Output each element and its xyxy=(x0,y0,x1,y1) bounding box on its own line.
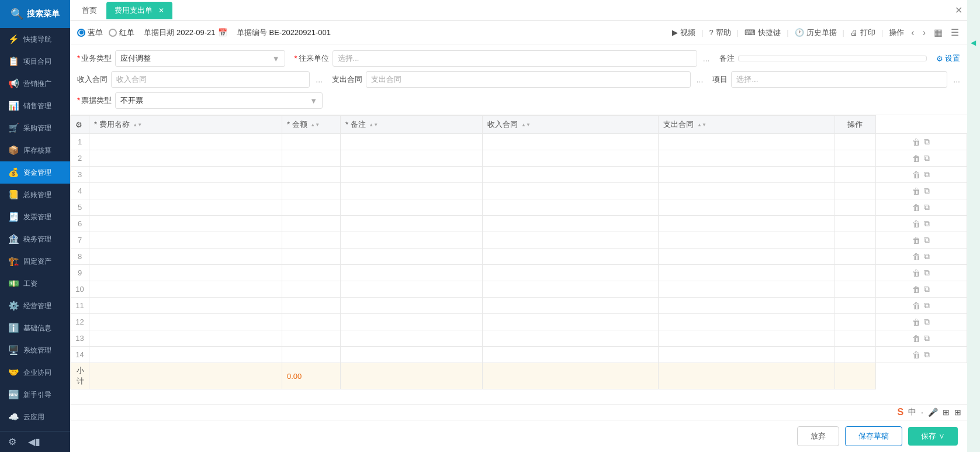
cell-5[interactable] xyxy=(834,216,875,232)
expense-contract-ellipsis[interactable]: ... xyxy=(697,75,704,84)
cell-0[interactable] xyxy=(89,183,282,199)
cell-3[interactable] xyxy=(483,167,659,183)
cell-3[interactable] xyxy=(483,298,659,314)
video-btn[interactable]: ▶ 视频 xyxy=(672,27,695,38)
cell-2[interactable] xyxy=(340,150,482,167)
cell-5[interactable] xyxy=(834,265,875,281)
sidebar-item-sales-mgmt[interactable]: 📊 销售管理 xyxy=(0,95,70,117)
list-icon[interactable]: ☰ xyxy=(950,26,960,39)
cell-0[interactable] xyxy=(89,281,282,298)
tab-expense[interactable]: 费用支出单 ✕ xyxy=(106,2,172,19)
help-btn[interactable]: ? 帮助 xyxy=(709,27,731,38)
cell-2[interactable] xyxy=(340,314,482,330)
cell-5[interactable] xyxy=(834,150,875,167)
cell-1[interactable] xyxy=(282,216,340,232)
cell-1[interactable] xyxy=(282,232,340,249)
cell-1[interactable] xyxy=(282,167,340,183)
ime-mic-icon[interactable]: 🎤 xyxy=(928,408,938,417)
cell-1[interactable] xyxy=(282,330,340,347)
sidebar-item-marketing[interactable]: 📢 营销推广 xyxy=(0,73,70,95)
sidebar-item-basic-info[interactable]: ℹ️ 基础信息 xyxy=(0,317,70,339)
cell-5[interactable] xyxy=(834,281,875,298)
sidebar-search[interactable]: 🔍 搜索菜单 xyxy=(0,0,70,28)
copy-icon[interactable]: ⧉ xyxy=(924,202,930,212)
sidebar-item-fixed-assets[interactable]: 🏗️ 固定资产 xyxy=(0,250,70,272)
sidebar-item-system-mgmt[interactable]: 🖥️ 系统管理 xyxy=(0,339,70,361)
cell-3[interactable] xyxy=(483,330,659,347)
cell-5[interactable] xyxy=(834,298,875,314)
cell-1[interactable] xyxy=(282,298,340,314)
cell-4[interactable] xyxy=(659,298,834,314)
cell-5[interactable] xyxy=(834,183,875,199)
cell-1[interactable] xyxy=(282,199,340,216)
ime-dot-icon[interactable]: · xyxy=(921,408,923,417)
cell-4[interactable] xyxy=(659,134,834,150)
copy-icon[interactable]: ⧉ xyxy=(924,284,930,294)
sidebar-item-inventory[interactable]: 📦 库存核算 xyxy=(0,139,70,161)
right-sidebar-tab[interactable]: ◀ xyxy=(968,35,979,50)
cell-4[interactable] xyxy=(659,150,834,167)
cell-4[interactable] xyxy=(659,330,834,347)
settings-btn[interactable]: ⚙ 设置 xyxy=(936,53,960,64)
cell-1[interactable] xyxy=(282,265,340,281)
sidebar-item-invoice-mgmt[interactable]: 🧾 发票管理 xyxy=(0,206,70,228)
settings-icon[interactable]: ⚙ xyxy=(8,436,16,447)
cell-3[interactable] xyxy=(483,150,659,167)
cell-0[interactable] xyxy=(89,249,282,265)
cell-4[interactable] xyxy=(659,314,834,330)
cell-0[interactable] xyxy=(89,298,282,314)
sidebar-item-ops-mgmt[interactable]: ⚙️ 经营管理 xyxy=(0,295,70,317)
cell-5[interactable] xyxy=(834,249,875,265)
cell-3[interactable] xyxy=(483,347,659,363)
cell-2[interactable] xyxy=(340,134,482,150)
copy-icon[interactable]: ⧉ xyxy=(924,317,930,327)
cell-0[interactable] xyxy=(89,232,282,249)
copy-icon[interactable]: ⧉ xyxy=(924,235,930,245)
delete-icon[interactable]: 🗑 xyxy=(912,236,920,245)
cell-2[interactable] xyxy=(340,298,482,314)
sidebar-item-capital-mgmt[interactable]: 💰 资金管理 xyxy=(0,161,70,184)
cell-4[interactable] xyxy=(659,216,834,232)
delete-icon[interactable]: 🗑 xyxy=(912,318,920,327)
ime-copy-icon[interactable]: ⊞ xyxy=(943,408,950,417)
print-btn[interactable]: 🖨 打印 xyxy=(850,27,875,38)
income-contract-ellipsis[interactable]: ... xyxy=(316,75,323,84)
delete-icon[interactable]: 🗑 xyxy=(912,187,920,196)
ime-zh-icon[interactable]: 中 xyxy=(908,407,916,418)
cell-2[interactable] xyxy=(340,265,482,281)
income-contract-input[interactable]: 收入合同 xyxy=(111,71,310,88)
cell-0[interactable] xyxy=(89,167,282,183)
radio-blue-label[interactable]: 蓝单 xyxy=(77,27,103,38)
tab-home[interactable]: 首页 xyxy=(74,2,105,19)
cell-1[interactable] xyxy=(282,183,340,199)
delete-icon[interactable]: 🗑 xyxy=(912,334,920,343)
cell-0[interactable] xyxy=(89,265,282,281)
cell-1[interactable] xyxy=(282,347,340,363)
cell-0[interactable] xyxy=(89,150,282,167)
cell-2[interactable] xyxy=(340,199,482,216)
sidebar-item-ledger-mgmt[interactable]: 📒 总账管理 xyxy=(0,184,70,206)
copy-icon[interactable]: ⧉ xyxy=(924,153,930,163)
cell-2[interactable] xyxy=(340,183,482,199)
cell-3[interactable] xyxy=(483,281,659,298)
cell-3[interactable] xyxy=(483,249,659,265)
cell-4[interactable] xyxy=(659,347,834,363)
grid-icon[interactable]: ▦ xyxy=(933,26,944,39)
cell-3[interactable] xyxy=(483,265,659,281)
sidebar-item-new-guide[interactable]: 🆕 新手引导 xyxy=(0,384,70,406)
calendar-icon[interactable]: 📅 xyxy=(218,28,227,37)
copy-icon[interactable]: ⧉ xyxy=(924,137,930,147)
copy-icon[interactable]: ⧉ xyxy=(924,186,930,196)
cell-5[interactable] xyxy=(834,134,875,150)
radio-red-dot[interactable] xyxy=(109,29,117,37)
cell-5[interactable] xyxy=(834,199,875,216)
cell-4[interactable] xyxy=(659,199,834,216)
cell-2[interactable] xyxy=(340,167,482,183)
discard-button[interactable]: 放弃 xyxy=(797,426,839,446)
project-input[interactable]: 选择... xyxy=(731,71,947,88)
expense-contract-input[interactable]: 支出合同 xyxy=(366,71,691,88)
cell-4[interactable] xyxy=(659,232,834,249)
remark-input[interactable] xyxy=(738,56,927,61)
sidebar-item-project-contract[interactable]: 📋 项目合同 xyxy=(0,50,70,73)
history-btn[interactable]: 🕐 历史单据 xyxy=(795,27,837,38)
